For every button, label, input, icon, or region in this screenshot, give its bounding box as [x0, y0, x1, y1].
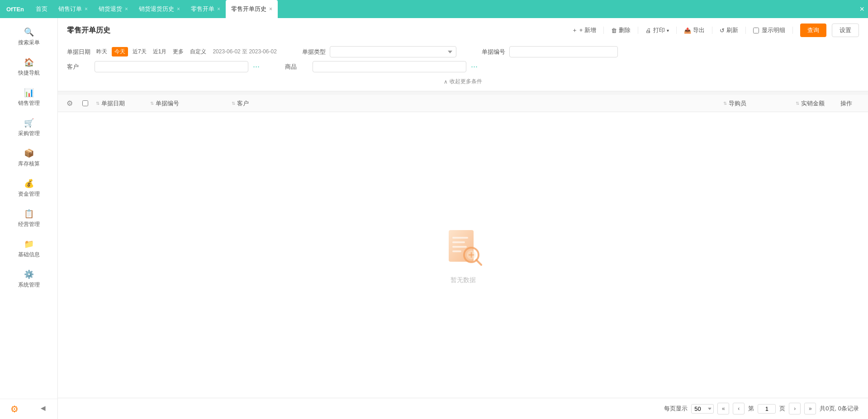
th-date[interactable]: ⇅ 单据日期	[92, 99, 147, 108]
date-more[interactable]: 更多	[171, 47, 185, 56]
th-amount[interactable]: ⇅ 实销金额	[774, 99, 828, 108]
nav-tab-return-history-close[interactable]: ×	[177, 6, 180, 12]
th-number[interactable]: ⇅ 单据编号	[147, 99, 228, 108]
collapse-row: ∧ 收起更多条件	[67, 76, 859, 88]
type-filter-label: 单据类型	[302, 48, 327, 56]
svg-line-7	[476, 260, 481, 265]
sidebar-item-basic[interactable]: 📁 基础信息	[0, 234, 57, 264]
th-sort-customer-icon: ⇅	[232, 101, 235, 106]
print-dropdown-icon: ▾	[667, 28, 669, 33]
filter-product: 商品 ···	[285, 61, 478, 72]
print-icon: 🖨	[645, 27, 651, 34]
select-all-checkbox[interactable]	[82, 100, 88, 106]
collapse-button[interactable]: ∧ 收起更多条件	[444, 78, 482, 85]
nav-tab-retail-history[interactable]: 零售开单历史 ×	[226, 0, 278, 18]
nav-tab-retail-history-close[interactable]: ×	[269, 6, 272, 12]
nav-tab-retail[interactable]: 零售开单 ×	[185, 0, 226, 18]
show-detail-button[interactable]: 显示明细	[753, 26, 785, 34]
divider-3	[676, 27, 677, 34]
nav-tab-sales-order[interactable]: 销售订单 ×	[53, 0, 93, 18]
table-select-all-wrap	[78, 100, 92, 106]
filter-customer: 客户 ···	[67, 61, 260, 72]
refresh-button[interactable]: ↺ 刷新	[720, 26, 738, 34]
query-button[interactable]: 查询	[800, 24, 826, 37]
nav-tab-return[interactable]: 销货退货 ×	[93, 0, 133, 18]
first-page-button[interactable]: «	[717, 403, 729, 414]
pagination: 每页显示 20 50 100 200 « ‹ 第 页 › » 共0页, 0条记录	[58, 398, 868, 419]
print-button[interactable]: 🖨 打印 ▾	[645, 26, 669, 34]
page-title-bar: 零售开单历史 ＋ + 新增 🗑 删除 🖨 打印 ▾	[67, 24, 859, 37]
nav-tab-home[interactable]: 首页	[30, 0, 53, 18]
export-button[interactable]: 📤 导出	[684, 26, 705, 34]
last-page-button[interactable]: »	[804, 403, 816, 414]
th-customer[interactable]: ⇅ 客户	[228, 99, 720, 108]
filter-row-1: 单据日期 昨天 今天 近7天 近1月 更多 自定义 2023-06-02 至 2…	[67, 46, 859, 57]
table-settings-icon[interactable]: ⚙	[62, 99, 78, 108]
date-today[interactable]: 今天	[112, 47, 128, 56]
add-icon: ＋	[572, 26, 578, 34]
sidebar-item-finance[interactable]: 💰 资金管理	[0, 173, 57, 203]
sidebar-bottom: ⚙ ◄	[0, 399, 57, 419]
number-input[interactable]	[509, 46, 618, 57]
filter-date: 单据日期 昨天 今天 近7天 近1月 更多 自定义 2023-06-02 至 2…	[67, 47, 277, 56]
date-yesterday[interactable]: 昨天	[95, 47, 109, 56]
sidebar: 🔍 搜索采单 🏠 快捷导航 📊 销售管理 🛒 采购管理 📦 库存核算 💰 资金管…	[0, 18, 58, 419]
collapse-chevron-icon: ∧	[444, 79, 448, 85]
next-page-button[interactable]: ›	[789, 403, 801, 414]
date-1month[interactable]: 近1月	[151, 47, 169, 56]
top-nav-right: ×	[859, 5, 864, 14]
sidebar-item-operation[interactable]: 📋 经营管理	[0, 203, 57, 234]
date-custom[interactable]: 自定义	[188, 47, 208, 56]
sidebar-item-sales[interactable]: 📊 销售管理	[0, 82, 57, 113]
prev-page-button[interactable]: ‹	[733, 403, 745, 414]
system-icon: ⚙️	[24, 269, 34, 279]
search-icon: 🔍	[24, 27, 34, 37]
svg-rect-1	[452, 237, 468, 239]
delete-button[interactable]: 🗑 删除	[611, 26, 631, 34]
customer-filter-label: 客户	[67, 63, 92, 71]
divider-2	[638, 27, 638, 34]
divider-5	[745, 27, 746, 34]
window-close-btn[interactable]: ×	[859, 5, 864, 14]
filter-row-2: 客户 ··· 商品 ···	[67, 61, 859, 72]
sidebar-item-inventory[interactable]: 📦 库存核算	[0, 143, 57, 173]
date-shortcuts: 昨天 今天 近7天 近1月 更多 自定义 2023-06-02 至 2023-0…	[95, 47, 277, 56]
sidebar-item-quick[interactable]: 🏠 快捷导航	[0, 52, 57, 82]
setting-button[interactable]: 设置	[832, 24, 859, 37]
customer-dots[interactable]: ···	[253, 62, 260, 71]
type-select-wrap	[330, 46, 456, 57]
per-page-select[interactable]: 20 50 100 200	[691, 404, 714, 414]
finance-icon: 💰	[24, 179, 34, 188]
empty-state: 暂无数据	[58, 112, 868, 398]
empty-illustration	[441, 226, 486, 271]
date-7days[interactable]: 近7天	[131, 47, 148, 56]
table-header: ⚙ ⇅ 单据日期 ⇅ 单据编号 ⇅ 客户 ⇅	[58, 95, 868, 112]
type-select[interactable]	[330, 46, 456, 57]
nav-tab-return-close[interactable]: ×	[125, 6, 128, 12]
th-guide[interactable]: ⇅ 导购员	[720, 99, 774, 108]
sidebar-item-system[interactable]: ⚙️ 系统管理	[0, 264, 57, 294]
sidebar-collapse-icon[interactable]: ◄	[39, 404, 47, 414]
sidebar-settings-icon[interactable]: ⚙	[10, 404, 19, 414]
top-nav-bar: OfTEn 首页 销售订单 × 销货退货 × 销货退货历史 × 零售开单 × 零…	[0, 0, 868, 18]
refresh-icon: ↺	[720, 27, 725, 34]
nav-tab-return-history[interactable]: 销货退货历史 ×	[133, 0, 185, 18]
operation-icon: 📋	[24, 209, 34, 219]
add-button[interactable]: ＋ + 新增	[572, 26, 596, 34]
empty-text: 暂无数据	[451, 276, 476, 284]
nav-tab-sales-order-close[interactable]: ×	[85, 6, 88, 12]
th-action: 操作	[828, 99, 864, 108]
customer-input[interactable]	[95, 61, 248, 72]
nav-tab-retail-close[interactable]: ×	[217, 6, 220, 12]
product-filter-label: 商品	[285, 63, 310, 71]
filter-number: 单据编号	[482, 46, 618, 57]
show-detail-checkbox[interactable]	[753, 28, 759, 33]
sidebar-item-purchase[interactable]: 🛒 采购管理	[0, 113, 57, 143]
gear-icon[interactable]: ⚙	[66, 99, 73, 108]
product-input[interactable]	[313, 61, 466, 72]
product-dots[interactable]: ···	[471, 62, 478, 71]
box-icon: 📦	[24, 148, 34, 158]
divider-6	[792, 27, 793, 34]
sidebar-item-search[interactable]: 🔍 搜索采单	[0, 22, 57, 52]
current-page-input[interactable]	[758, 404, 776, 414]
